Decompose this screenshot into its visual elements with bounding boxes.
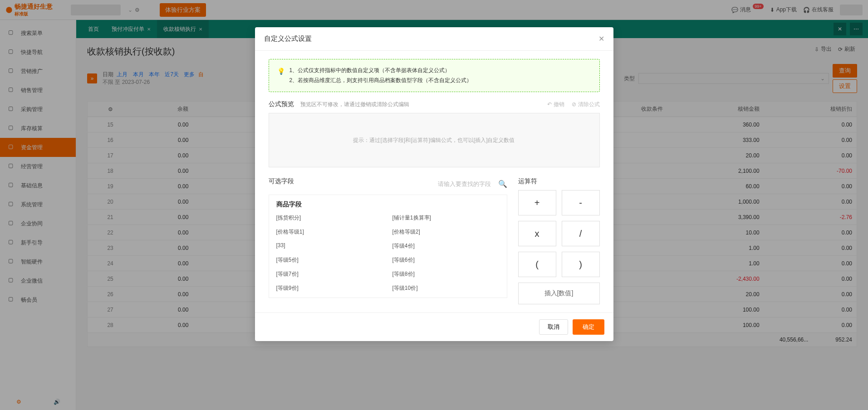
preview-section: 公式预览 预览区不可修改，请通过撤销或清除公式编辑 ↶ 撤销 ⊘ 清除公式 提示…: [269, 100, 600, 167]
field-item[interactable]: [等级9价]: [276, 284, 383, 292]
fields-title: 可选字段: [269, 177, 294, 185]
field-search-input[interactable]: [298, 178, 495, 190]
field-item[interactable]: [辅计量1换算率]: [392, 214, 500, 222]
clear-formula-button[interactable]: ⊘ 清除公式: [572, 101, 600, 108]
modal-footer: 取消 确定: [255, 312, 613, 341]
field-item[interactable]: [等级7价]: [276, 270, 383, 278]
preview-subtitle: 预览区不可修改，请通过撤销或清除公式编辑: [300, 101, 409, 108]
fields-panel: 可选字段 🔍 商品字段 [拣货积分][辅计量1换算率][价格等级1][价格等级2…: [269, 177, 507, 304]
preview-hint: 提示：通过[选择字段]和[运算符]编辑公式，也可以[插入]自定义数值: [353, 137, 515, 144]
search-icon[interactable]: 🔍: [498, 180, 507, 188]
field-item[interactable]: [33]: [276, 242, 383, 250]
operator-button-x[interactable]: x: [518, 221, 556, 246]
formula-settings-modal: 自定义公式设置 ✕ 💡 1、公式仅支持指标中的数值自定义项（不含单据表体自定义公…: [255, 27, 613, 341]
tips-box: 💡 1、公式仅支持指标中的数值自定义项（不含单据表体自定义公式） 2、若按商品维…: [269, 59, 600, 92]
confirm-button[interactable]: 确定: [573, 319, 604, 335]
operator-button-+[interactable]: +: [518, 190, 556, 215]
field-item[interactable]: [等级5价]: [276, 256, 383, 264]
preview-title: 公式预览: [269, 100, 294, 108]
tip-line-1: 1、公式仅支持指标中的数值自定义项（不含单据表体自定义公式）: [289, 66, 472, 76]
modal-title: 自定义公式设置: [264, 34, 312, 43]
fields-and-ops: 可选字段 🔍 商品字段 [拣货积分][辅计量1换算率][价格等级1][价格等级2…: [269, 177, 600, 304]
field-item[interactable]: [价格等级1]: [276, 228, 383, 236]
operator-button-([interactable]: (: [518, 252, 556, 277]
field-item[interactable]: [价格等级2]: [392, 228, 500, 236]
formula-preview-area: 提示：通过[选择字段]和[运算符]编辑公式，也可以[插入]自定义数值: [269, 113, 600, 167]
field-item[interactable]: [等级6价]: [392, 256, 500, 264]
lightbulb-icon: 💡: [277, 66, 285, 85]
modal-header: 自定义公式设置 ✕: [255, 27, 613, 51]
field-item[interactable]: [拣货积分]: [276, 214, 383, 222]
modal-close-button[interactable]: ✕: [598, 34, 604, 43]
tip-line-2: 2、若按商品维度汇总，则支持引用商品档案数值型字段（不含自定义公式）: [289, 76, 472, 86]
modal-body: 💡 1、公式仅支持指标中的数值自定义项（不含单据表体自定义公式） 2、若按商品维…: [255, 51, 613, 312]
field-item[interactable]: [等级4价]: [392, 242, 500, 250]
field-item[interactable]: [等级8价]: [392, 270, 500, 278]
operator-button-/[interactable]: /: [562, 221, 600, 246]
cancel-button[interactable]: 取消: [539, 319, 568, 335]
undo-button[interactable]: ↶ 撤销: [547, 101, 564, 108]
field-item[interactable]: [等级10价]: [392, 284, 500, 292]
insert-value-button[interactable]: 插入[数值]: [518, 283, 600, 304]
operators-title: 运算符: [518, 177, 600, 185]
operator-button--[interactable]: -: [562, 190, 600, 215]
operator-button-)[interactable]: ): [562, 252, 600, 277]
field-list[interactable]: 商品字段 [拣货积分][辅计量1换算率][价格等级1][价格等级2][33][等…: [269, 195, 507, 298]
operators-panel: 运算符 +-x/()插入[数值]: [518, 177, 600, 304]
field-group-title: 商品字段: [276, 200, 500, 209]
